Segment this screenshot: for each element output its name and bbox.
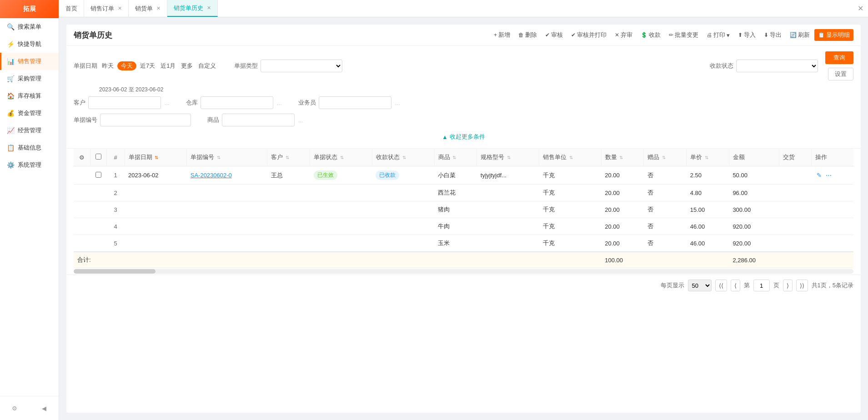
filter-status-label: 收款状态 bbox=[710, 62, 733, 70]
sidebar-item-label: 采购管理 bbox=[18, 75, 41, 83]
horizontal-scrollbar[interactable] bbox=[74, 269, 853, 274]
filter-staff-input[interactable] bbox=[319, 96, 391, 109]
col-doc-status[interactable]: 单据状态 ⇅ bbox=[310, 149, 372, 166]
batch-change-icon: ✏ bbox=[669, 32, 673, 38]
tab-sales-history-close[interactable]: ✕ bbox=[207, 5, 211, 11]
customer-ellipsis[interactable]: ... bbox=[165, 100, 170, 106]
footer-price-empty bbox=[687, 252, 729, 268]
col-unit-sort-icon: ⇅ bbox=[569, 155, 573, 160]
row1-edit-btn[interactable]: ✎ bbox=[815, 172, 823, 179]
filter-row-2: 客户 ... 仓库 ... 业务员 ... bbox=[74, 96, 853, 109]
new-button[interactable]: + 新增 bbox=[490, 29, 514, 41]
next-page-btn[interactable]: ⟩ bbox=[783, 280, 793, 291]
date-shortcut-custom[interactable]: 自定义 bbox=[196, 61, 218, 70]
col-date[interactable]: 单据日期 ⇅ bbox=[125, 149, 187, 166]
sidebar-settings-btn[interactable]: ⚙ bbox=[6, 400, 23, 416]
sidebar-item-system[interactable]: ⚙️ 系统管理 bbox=[0, 156, 59, 174]
goods-ellipsis[interactable]: ... bbox=[298, 117, 303, 124]
date-shortcut-7days[interactable]: 近7天 bbox=[138, 61, 157, 70]
filter-warehouse-input[interactable] bbox=[201, 96, 273, 109]
col-price[interactable]: 单价 ⇅ bbox=[687, 149, 729, 166]
sidebar-item-finance[interactable]: 💰 资金管理 bbox=[0, 105, 59, 122]
filter-collapse-toggle[interactable]: ▲ 收起更多条件 bbox=[74, 131, 853, 143]
row1-checkbox[interactable] bbox=[95, 172, 101, 178]
scroll-bar-thumb[interactable] bbox=[74, 269, 156, 274]
date-shortcut-today[interactable]: 今天 bbox=[117, 61, 136, 70]
tab-sales-history[interactable]: 销货单历史 ✕ bbox=[167, 0, 218, 17]
per-page-select[interactable]: 50 20 100 bbox=[688, 280, 712, 291]
row3-action bbox=[812, 201, 853, 218]
col-unit[interactable]: 销售单位 ⇅ bbox=[539, 149, 602, 166]
row3-date bbox=[125, 201, 187, 218]
tab-bar-close[interactable]: ✕ bbox=[858, 4, 868, 13]
basic-info-icon: 📋 bbox=[7, 144, 14, 151]
col-docno-label: 单据编号 bbox=[191, 154, 214, 160]
sidebar-item-sales-mgmt[interactable]: 📊 销售管理 bbox=[0, 53, 59, 70]
col-collect-status[interactable]: 收款状态 ⇅ bbox=[372, 149, 434, 166]
tab-sales-goods[interactable]: 销货单 ✕ bbox=[129, 0, 167, 17]
col-date-label: 单据日期 bbox=[129, 154, 152, 160]
sidebar-collapse-btn[interactable]: ◀ bbox=[36, 400, 52, 416]
filter-goods-input[interactable] bbox=[222, 114, 295, 126]
tab-sales-order[interactable]: 销售订单 ✕ bbox=[84, 0, 129, 17]
warehouse-ellipsis[interactable]: ... bbox=[277, 100, 282, 106]
settings-button[interactable]: 设置 bbox=[828, 68, 853, 80]
select-all-checkbox[interactable] bbox=[95, 154, 101, 160]
sales-mgmt-icon: 📊 bbox=[7, 58, 14, 65]
date-shortcut-yesterday[interactable]: 昨天 bbox=[100, 61, 115, 70]
col-docno[interactable]: 单据编号 ⇅ bbox=[187, 149, 267, 166]
collect-button[interactable]: 💲 收款 bbox=[637, 29, 664, 41]
refresh-icon: 🔄 bbox=[790, 32, 797, 38]
refresh-button[interactable]: 🔄 刷新 bbox=[786, 29, 813, 41]
sidebar-item-operation[interactable]: 📈 经营管理 bbox=[0, 122, 59, 139]
sidebar-item-inventory[interactable]: 🏠 库存核算 bbox=[0, 87, 59, 105]
row1-docno-link[interactable]: SA-20230602-0 bbox=[191, 172, 232, 179]
col-action: 操作 bbox=[812, 149, 853, 166]
filter-type-select[interactable] bbox=[261, 60, 342, 72]
sidebar-item-quick-nav[interactable]: ⚡ 快捷导航 bbox=[0, 35, 59, 53]
delete-button[interactable]: 🗑 删除 bbox=[515, 29, 541, 41]
audit-button[interactable]: ✔ 审核 bbox=[542, 29, 567, 41]
col-customer[interactable]: 客户 ⇅ bbox=[267, 149, 310, 166]
abandon-button[interactable]: ✕ 弃审 bbox=[611, 29, 636, 41]
sidebar-item-label: 系统管理 bbox=[18, 161, 41, 169]
date-shortcut-1month[interactable]: 近1月 bbox=[159, 61, 177, 70]
filter-customer-input[interactable] bbox=[88, 96, 161, 109]
page-label: 第 bbox=[744, 281, 750, 290]
audit-print-button[interactable]: ✔ 审核并打印 bbox=[567, 29, 610, 41]
row5-amount: 920.00 bbox=[729, 235, 779, 252]
filter-docno-input[interactable] bbox=[100, 114, 191, 126]
print-button[interactable]: 🖨 打印 ▾ bbox=[703, 29, 733, 41]
row1-date: 2023-06-02 bbox=[125, 166, 187, 185]
row1-docno[interactable]: SA-20230602-0 bbox=[187, 166, 267, 185]
col-spec[interactable]: 规格型号 ⇅ bbox=[477, 149, 539, 166]
row1-more-btn[interactable]: ⋯ bbox=[824, 172, 833, 179]
filter-status-select[interactable] bbox=[736, 60, 818, 72]
row5-docno bbox=[187, 235, 267, 252]
sidebar-item-search-menu[interactable]: 🔍 搜索菜单 bbox=[0, 18, 59, 35]
col-goods[interactable]: 商品 ⇅ bbox=[434, 149, 477, 166]
sidebar-item-basic-info[interactable]: 📋 基础信息 bbox=[0, 139, 59, 156]
tab-home[interactable]: 首页 bbox=[59, 0, 84, 17]
prev-page-btn[interactable]: ⟨ bbox=[731, 280, 740, 291]
tab-sales-order-close[interactable]: ✕ bbox=[118, 5, 122, 11]
col-qty[interactable]: 数量 ⇅ bbox=[601, 149, 644, 166]
page-number-input[interactable] bbox=[753, 280, 770, 291]
export-button[interactable]: ⬇ 导出 bbox=[760, 29, 785, 41]
row1-no: 1 bbox=[106, 166, 125, 185]
show-detail-button[interactable]: 📋 显示明细 bbox=[814, 29, 853, 41]
row5-goods: 玉米 bbox=[434, 235, 477, 252]
col-settings[interactable]: ⚙ bbox=[74, 149, 90, 166]
sidebar-item-purchase-mgmt[interactable]: 🛒 采购管理 bbox=[0, 70, 59, 87]
row5-transaction bbox=[779, 235, 812, 252]
last-page-btn[interactable]: ⟩⟩ bbox=[796, 280, 808, 291]
date-shortcut-more[interactable]: 更多 bbox=[179, 61, 195, 70]
query-button[interactable]: 查询 bbox=[825, 51, 853, 64]
import-button[interactable]: ⬆ 导入 bbox=[734, 29, 759, 41]
row3-qty: 20.00 bbox=[601, 201, 644, 218]
batch-change-button[interactable]: ✏ 批量变更 bbox=[665, 29, 702, 41]
first-page-btn[interactable]: ⟨⟨ bbox=[715, 280, 727, 291]
col-gift[interactable]: 赠品 ⇅ bbox=[644, 149, 687, 166]
tab-sales-goods-close[interactable]: ✕ bbox=[156, 5, 161, 11]
staff-ellipsis[interactable]: ... bbox=[395, 100, 400, 106]
